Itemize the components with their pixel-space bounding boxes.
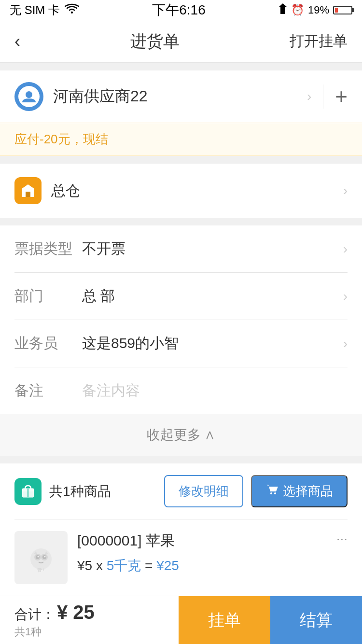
- svg-point-17: [44, 556, 46, 557]
- product-name: [0000001] 苹果: [77, 531, 327, 551]
- svg-text:管+: 管+: [37, 567, 45, 573]
- staff-value: 这是859的小智: [82, 334, 343, 353]
- svg-point-0: [71, 12, 73, 14]
- product-header: 共1种商品 修改明细 选择商品: [0, 463, 362, 519]
- warehouse-icon: [14, 177, 42, 204]
- svg-point-11: [30, 548, 52, 570]
- status-bar-left: 无 SIM 卡: [10, 2, 79, 18]
- open-pending-button[interactable]: 打开挂单: [290, 31, 348, 51]
- staff-chevron-icon: ›: [343, 336, 348, 351]
- department-row[interactable]: 部门 总 部 ›: [0, 273, 362, 320]
- product-info: [0000001] 苹果 ¥5 x 5千克 = ¥25: [77, 531, 327, 575]
- staff-row[interactable]: 业务员 这是859的小智 ›: [0, 320, 362, 367]
- warehouse-row[interactable]: 总仓 ›: [0, 164, 362, 218]
- svg-rect-3: [26, 192, 30, 197]
- form-section: 票据类型 不开票 › 部门 总 部 › 业务员 这是859的小智 › 备注 备注…: [0, 225, 362, 414]
- invoice-type-chevron-icon: ›: [343, 241, 348, 257]
- department-label: 部门: [14, 286, 82, 306]
- battery-text: 19%: [308, 4, 329, 16]
- product-more-button[interactable]: ···: [336, 531, 348, 546]
- remark-row[interactable]: 备注 备注内容: [0, 367, 362, 414]
- status-bar-time: 下午6:16: [152, 1, 206, 19]
- notice-banner: 应付-20元，现结: [0, 123, 362, 156]
- supplier-section: 河南供应商22 › + 应付-20元，现结: [0, 70, 362, 156]
- product-thumb-inner: 管+: [24, 540, 58, 576]
- edit-detail-button[interactable]: 修改明细: [164, 475, 243, 507]
- department-chevron-icon: ›: [343, 289, 348, 304]
- nav-bar: ‹ 进货单 打开挂单: [0, 20, 362, 63]
- warehouse-section: 总仓 ›: [0, 164, 362, 218]
- price-base: ¥5 x: [77, 558, 107, 573]
- svg-point-8: [274, 492, 276, 494]
- remark-placeholder[interactable]: 备注内容: [82, 381, 348, 401]
- supplier-name: 河南供应商22: [53, 86, 307, 107]
- product-item: 管+ [0000001] 苹果 ¥5 x 5千克 = ¥25 ···: [0, 519, 362, 596]
- total-section: 合计： ¥ 25 共1种: [0, 596, 179, 644]
- supplier-row[interactable]: 河南供应商22 › +: [0, 70, 362, 123]
- gap-2: [0, 156, 362, 164]
- svg-point-1: [26, 91, 32, 98]
- gap-4: [0, 456, 362, 463]
- department-value: 总 部: [82, 286, 343, 306]
- gap-3: [0, 218, 362, 225]
- supplier-avatar: [14, 82, 43, 111]
- product-icon: [14, 478, 42, 505]
- svg-point-7: [270, 492, 272, 494]
- back-button[interactable]: ‹: [14, 31, 20, 52]
- staff-label: 业务员: [14, 334, 82, 353]
- warehouse-chevron-icon: ›: [343, 183, 348, 198]
- location-icon: [278, 3, 287, 17]
- product-thumbnail: 管+: [14, 531, 68, 584]
- product-count: 共1种商品: [49, 482, 164, 501]
- total-amount: ¥ 25: [57, 602, 95, 623]
- alarm-icon: ⏰: [291, 4, 304, 16]
- price-qty: 5千克: [107, 558, 141, 573]
- invoice-type-label: 票据类型: [14, 239, 82, 259]
- avatar-inner: [18, 86, 40, 107]
- invoice-type-row[interactable]: 票据类型 不开票 ›: [0, 225, 362, 272]
- invoice-type-value: 不开票: [82, 239, 343, 259]
- select-product-button[interactable]: 选择商品: [251, 475, 348, 507]
- total-label: 合计：: [14, 605, 55, 624]
- gap-1: [0, 63, 362, 70]
- page-title: 进货单: [130, 30, 180, 53]
- product-header-section: 共1种商品 修改明细 选择商品: [0, 463, 362, 596]
- price-equals: =: [141, 558, 156, 573]
- settle-button[interactable]: 结算: [270, 596, 362, 644]
- battery-icon: [333, 6, 352, 14]
- price-total: ¥25: [156, 558, 179, 573]
- collapse-button[interactable]: 收起更多 ∧: [0, 414, 362, 456]
- warehouse-name: 总仓: [51, 181, 343, 201]
- hang-order-button[interactable]: 挂单: [179, 596, 270, 644]
- bottom-bar: 合计： ¥ 25 共1种 挂单 结算: [0, 596, 362, 644]
- status-bar: 无 SIM 卡 下午6:16 ⏰ 19%: [0, 0, 362, 20]
- vertical-divider: [323, 84, 323, 109]
- supplier-chevron-icon: ›: [307, 89, 311, 104]
- svg-point-16: [38, 556, 39, 557]
- add-supplier-button[interactable]: +: [335, 86, 348, 107]
- wifi-icon: [65, 3, 79, 17]
- cart-icon: [265, 484, 279, 499]
- remark-label: 备注: [14, 381, 82, 401]
- select-product-label: 选择商品: [283, 483, 333, 500]
- total-sub: 共1种: [14, 625, 164, 639]
- carrier-label: 无 SIM 卡: [10, 2, 60, 18]
- product-price: ¥5 x 5千克 = ¥25: [77, 557, 327, 575]
- status-bar-right: ⏰ 19%: [278, 3, 352, 17]
